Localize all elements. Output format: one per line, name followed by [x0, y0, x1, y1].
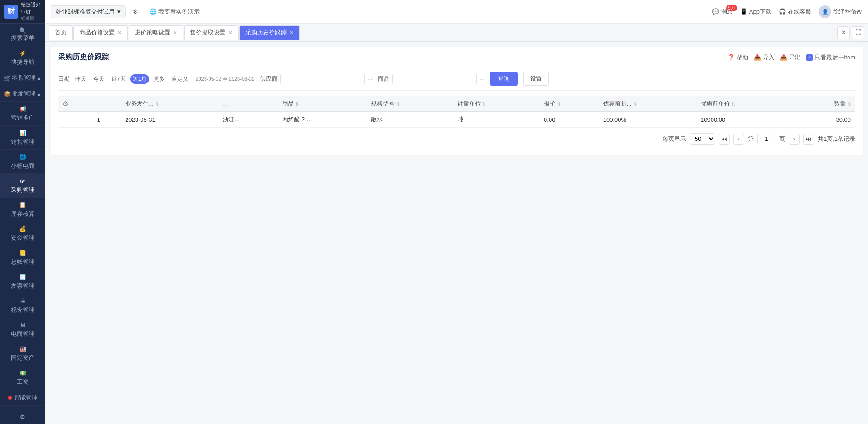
col-biz-date[interactable]: 业务发生... ⇅ — [121, 96, 218, 112]
online-service-btn[interactable]: 🎧 在线客服 — [779, 8, 811, 16]
tab-purchase-history-close[interactable]: ✕ — [289, 29, 294, 36]
sidebar-wholesale-label: 批发管理 — [12, 90, 35, 98]
sidebar-item-retail[interactable]: 🛒 零售管理 ▲ — [0, 70, 45, 86]
sidebar-item-ai[interactable]: 智能管理 — [0, 390, 45, 406]
sidebar-item-ecommerce-small[interactable]: 🌐 小畅电商 — [0, 150, 45, 174]
date-option-7days[interactable]: 近7天 — [109, 74, 128, 84]
user-menu-btn[interactable]: 👤 徐泽华修改 — [819, 5, 863, 18]
tab-price-settings[interactable]: 商品价格设置 ✕ — [73, 25, 128, 40]
sidebar-item-tax[interactable]: 🏛 税务管理 — [0, 294, 45, 318]
col-quote[interactable]: 报价 ⇅ — [539, 96, 599, 112]
sort-icon-goods: ⇅ — [295, 101, 299, 106]
settings-btn[interactable]: ⚙ — [129, 6, 142, 17]
date-option-more[interactable]: 更多 — [151, 74, 167, 84]
sort-icon-pre-discount: ⇅ — [731, 101, 735, 106]
messages-btn[interactable]: 💬 消息 99+ — [712, 8, 733, 16]
supplier-more-icon[interactable]: ··· — [367, 76, 372, 82]
page-first-btn[interactable]: ⏮ — [719, 134, 730, 145]
table-header-row: ⚙ 业务发生... ⇅ ... — [58, 96, 855, 112]
supplier-input[interactable] — [280, 74, 365, 84]
col-spec-sort[interactable]: 规格型号 ⇅ — [371, 100, 400, 108]
col-more-label: ... — [223, 101, 228, 107]
sidebar-item-payroll[interactable]: 💵 工资 — [0, 366, 45, 390]
date-option-1month[interactable]: 近1月 — [130, 74, 150, 84]
sort-icon-spec: ⇅ — [396, 101, 400, 106]
col-unit-sort[interactable]: 计量单位 ⇅ — [458, 100, 486, 108]
help-btn[interactable]: ❓ 帮助 — [727, 53, 748, 62]
sidebar-item-assets[interactable]: 🏭 固定资产 — [0, 342, 45, 366]
sidebar-search-label: 搜索菜单 — [4, 34, 42, 42]
page-next-btn[interactable]: › — [789, 134, 800, 145]
tab-close-btn[interactable]: ✕ — [837, 26, 850, 39]
tab-purchase-strategy-close[interactable]: ✕ — [173, 29, 177, 36]
col-pre-discount-sort[interactable]: 优惠前单价 ⇅ — [701, 100, 735, 108]
tab-home[interactable]: 首页 — [49, 25, 73, 40]
supplier-filter-label: 供应商 — [260, 75, 278, 83]
query-button[interactable]: 查询 — [490, 72, 518, 86]
sidebar-item-settings[interactable]: ⚙ — [0, 410, 45, 424]
tab-selling-price[interactable]: 售价提取设置 ✕ — [184, 25, 239, 40]
tab-expand-btn[interactable]: ⛶ — [852, 26, 864, 39]
sidebar: 财 畅捷通好业财 标准版 🔍 搜索菜单 ⚡ 快捷导航 🛒 零售管理 ▲ 📦 批发… — [0, 0, 45, 424]
col-unit[interactable]: 计量单位 ⇅ — [453, 96, 539, 112]
sort-icon-quote: ⇅ — [557, 101, 561, 106]
sidebar-item-ecommerce[interactable]: 🖥 电商管理 — [0, 318, 45, 342]
tab-purchase-strategy[interactable]: 进价策略设置 ✕ — [129, 25, 183, 40]
date-filter-group: 日期 昨天 今天 近7天 近1月 更多 自定义 2023-05-02 至 202… — [58, 74, 254, 84]
total-info: 共1页,1条记录 — [818, 135, 855, 143]
tax-icon: 🏛 — [20, 298, 26, 304]
col-quantity[interactable]: 数量 ⇅ — [796, 96, 855, 112]
sidebar-item-sales[interactable]: 📊 销售管理 — [0, 126, 45, 150]
col-goods-sort[interactable]: 商品 ⇅ — [282, 100, 299, 108]
tabs-right-actions: ✕ ⛶ — [837, 26, 864, 39]
sidebar-item-finance[interactable]: 💰 资金管理 — [0, 222, 45, 246]
col-biz-date-sort[interactable]: 业务发生... ⇅ — [125, 100, 159, 108]
date-option-yesterday[interactable]: 昨天 — [73, 74, 89, 84]
sidebar-item-ledger[interactable]: 📒 总账管理 — [0, 246, 45, 270]
app-download-btn[interactable]: 📱 App下载 — [740, 8, 771, 16]
goods-more-icon[interactable]: ··· — [479, 76, 484, 82]
sidebar-ecommerce-small-label: 小畅电商 — [11, 162, 34, 170]
version-selector[interactable]: 好业财标准版交付试用 ▾ — [51, 5, 126, 18]
page-last-btn[interactable]: ⏭ — [803, 134, 814, 145]
col-pre-discount-price[interactable]: 优惠前单价 ⇅ — [696, 96, 796, 112]
date-option-custom[interactable]: 自定义 — [169, 74, 191, 84]
sidebar-item-inventory[interactable]: 📋 库存核算 — [0, 198, 45, 222]
page-input[interactable] — [757, 134, 775, 144]
goods-input[interactable] — [392, 74, 477, 84]
import-btn[interactable]: 📥 导入 — [754, 53, 775, 62]
sidebar-quicknav-label: 快捷导航 — [11, 58, 34, 66]
export-btn[interactable]: 📤 导出 — [780, 53, 801, 62]
col-discount-sort[interactable]: 优惠前折... ⇅ — [603, 100, 637, 108]
col-quantity-sort[interactable]: 数量 ⇅ — [834, 100, 851, 108]
gear-col-icon[interactable]: ⚙ — [63, 100, 68, 107]
settings-button[interactable]: 设置 — [523, 72, 549, 86]
col-spec[interactable]: 规格型号 ⇅ — [366, 96, 453, 112]
sidebar-item-wholesale[interactable]: 📦 批发管理 ▲ — [0, 86, 45, 102]
sidebar-item-search[interactable]: 🔍 搜索菜单 — [0, 24, 45, 46]
sidebar-item-marketing[interactable]: 📢 营销推广 — [0, 102, 45, 126]
per-page-select[interactable]: 50 100 200 — [690, 133, 715, 145]
col-goods-label: 商品 — [282, 100, 294, 108]
tab-price-settings-label: 商品价格设置 — [79, 29, 115, 37]
only-latest-toggle[interactable]: ✓ 只看最后一item — [806, 53, 855, 62]
col-quote-sort[interactable]: 报价 ⇅ — [544, 100, 561, 108]
sidebar-ledger-label: 总账管理 — [11, 258, 34, 266]
date-option-today[interactable]: 今天 — [91, 74, 107, 84]
tab-price-settings-close[interactable]: ✕ — [117, 29, 122, 36]
demo-btn[interactable]: 🌐 我要看实例演示 — [149, 8, 200, 16]
col-gear: ⚙ — [58, 96, 93, 112]
sidebar-item-invoice[interactable]: 🧾 发票管理 — [0, 270, 45, 294]
tab-purchase-history[interactable]: 采购历史价跟踪 ✕ — [239, 25, 300, 40]
sidebar-item-purchase[interactable]: 🛍 采购管理 — [0, 174, 45, 198]
tab-selling-price-close[interactable]: ✕ — [228, 29, 233, 36]
sidebar-tax-label: 税务管理 — [11, 306, 34, 314]
col-quote-label: 报价 — [544, 100, 556, 108]
sidebar-assets-label: 固定资产 — [11, 354, 34, 362]
row-quote: 0.00 — [539, 112, 599, 128]
sidebar-item-quick-nav[interactable]: ⚡ 快捷导航 — [0, 46, 45, 70]
goods-filter-group: 商品 ··· — [378, 74, 484, 84]
col-discount[interactable]: 优惠前折... ⇅ — [599, 96, 696, 112]
page-prev-btn[interactable]: ‹ — [733, 134, 744, 145]
col-goods[interactable]: 商品 ⇅ — [278, 96, 367, 112]
